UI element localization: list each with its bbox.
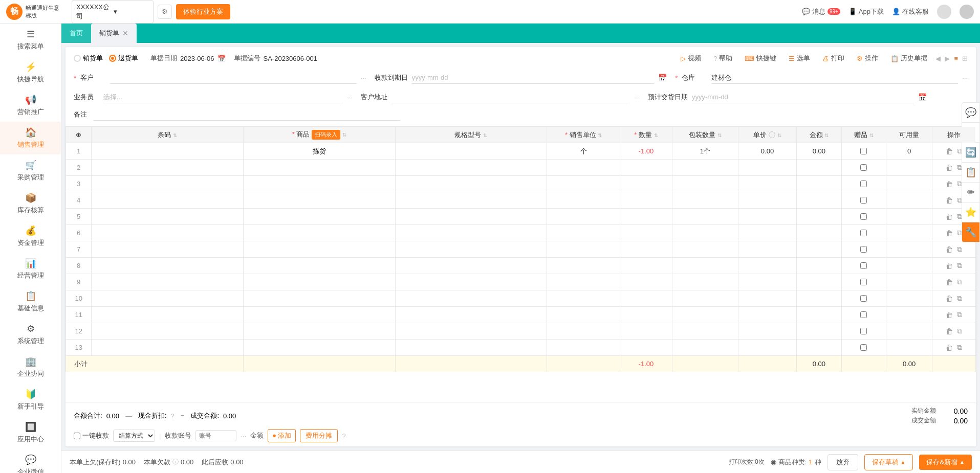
cell-sales-unit[interactable] xyxy=(547,192,620,209)
help-button[interactable]: ? 帮助 xyxy=(709,52,736,64)
cell-product[interactable] xyxy=(243,225,395,241)
cell-spec[interactable] xyxy=(395,225,547,241)
th-unit-price[interactable]: 单价 ⓘ ⇅ xyxy=(738,127,796,143)
cell-spec[interactable] xyxy=(395,323,547,340)
sidebar-item-purchase[interactable]: 🛒 采购管理 xyxy=(0,154,61,187)
trial-button[interactable]: 体验行业方案 xyxy=(176,4,230,19)
cell-quantity[interactable] xyxy=(620,307,672,323)
cell-unit-price[interactable] xyxy=(738,192,796,209)
barcode-input[interactable] xyxy=(96,344,239,351)
delete-row-button[interactable]: 🗑 xyxy=(945,326,954,336)
cell-sales-unit[interactable] xyxy=(547,274,620,290)
gift-checkbox[interactable] xyxy=(860,279,867,285)
sidebar-item-fund[interactable]: 💰 资金管理 xyxy=(0,220,61,253)
sidebar-item-basic[interactable]: 📋 基础信息 xyxy=(0,285,61,318)
th-price-sort[interactable]: ⇅ xyxy=(777,132,781,138)
save-draft-button[interactable]: 保存草稿 ▲ xyxy=(864,454,913,470)
barcode-input[interactable] xyxy=(96,327,239,335)
gift-checkbox[interactable] xyxy=(860,328,867,334)
discount-help-icon[interactable]: ? xyxy=(171,412,175,420)
copy-row-button[interactable]: ⧉ xyxy=(956,277,963,287)
cell-sales-unit[interactable] xyxy=(547,225,620,241)
message-button[interactable]: 💬 消息 99+ xyxy=(802,7,840,16)
cell-product[interactable] xyxy=(243,274,395,290)
cell-spec[interactable] xyxy=(395,192,547,209)
gift-checkbox[interactable] xyxy=(860,164,867,171)
cell-quantity[interactable] xyxy=(620,176,672,192)
calendar-icon[interactable]: 📅 xyxy=(217,55,226,62)
salesperson-dots-icon[interactable]: ··· xyxy=(347,94,353,101)
cell-quantity[interactable] xyxy=(620,258,672,274)
delete-row-button[interactable]: 🗑 xyxy=(945,244,954,255)
gift-checkbox[interactable] xyxy=(860,344,867,351)
cell-product[interactable] xyxy=(243,258,395,274)
video-button[interactable]: ▷ 视频 xyxy=(677,52,705,64)
cell-amount[interactable] xyxy=(797,192,842,209)
product-input[interactable] xyxy=(248,213,391,220)
cell-package-qty[interactable] xyxy=(672,258,738,274)
cell-gift[interactable] xyxy=(841,340,886,356)
cell-barcode[interactable] xyxy=(92,225,244,241)
sidebar-item-quick-nav[interactable]: ⚡ 快捷导航 xyxy=(0,56,61,89)
cell-product[interactable] xyxy=(243,143,395,160)
due-date-input[interactable] xyxy=(412,72,655,84)
cell-amount[interactable] xyxy=(797,160,842,176)
cell-barcode[interactable] xyxy=(92,307,244,323)
product-input[interactable] xyxy=(248,147,391,155)
spec-input[interactable] xyxy=(400,164,543,171)
cell-product[interactable] xyxy=(243,176,395,192)
cell-package-qty[interactable] xyxy=(672,241,738,258)
gift-checkbox[interactable] xyxy=(860,311,867,318)
cell-quantity[interactable] xyxy=(620,323,672,340)
th-price-info-icon[interactable]: ⓘ xyxy=(769,131,775,139)
barcode-input[interactable] xyxy=(96,245,239,253)
cell-spec[interactable] xyxy=(395,143,547,160)
spec-input[interactable] xyxy=(400,147,543,155)
cell-spec[interactable] xyxy=(395,160,547,176)
shortcut-button[interactable]: ⌨ 快捷键 xyxy=(741,52,780,64)
cell-quantity[interactable] xyxy=(620,290,672,307)
cell-product[interactable] xyxy=(243,209,395,225)
gift-checkbox[interactable] xyxy=(860,181,867,187)
delete-row-button[interactable]: 🗑 xyxy=(945,211,954,222)
cell-gift[interactable] xyxy=(841,241,886,258)
right-float-btn-1[interactable]: 💬 xyxy=(962,103,979,123)
cell-amount[interactable] xyxy=(797,274,842,290)
th-unit-sort[interactable]: ⇅ xyxy=(598,132,602,138)
th-package-qty[interactable]: 包装数量 ⇅ xyxy=(672,127,738,143)
expense-button[interactable]: 费用分摊 xyxy=(300,429,338,442)
tab-sales-order[interactable]: 销货单 ✕ xyxy=(91,24,137,43)
account-dots-icon[interactable]: ··· xyxy=(241,432,246,440)
cell-barcode[interactable] xyxy=(92,258,244,274)
salesperson-input[interactable] xyxy=(103,91,343,103)
cell-sales-unit[interactable]: 个 xyxy=(547,143,620,160)
sidebar-item-wechat[interactable]: 💬 企业微信 xyxy=(0,449,61,473)
sidebar-item-sales[interactable]: 🏠 销售管理 xyxy=(0,122,61,154)
delete-row-button[interactable]: 🗑 xyxy=(945,228,954,238)
barcode-input[interactable] xyxy=(96,196,239,204)
cell-package-qty[interactable] xyxy=(672,307,738,323)
cell-gift[interactable] xyxy=(841,258,886,274)
cell-unit-price[interactable] xyxy=(738,323,796,340)
cell-barcode[interactable] xyxy=(92,209,244,225)
company-selector[interactable]: XXXXXX公司 ▾ xyxy=(72,0,154,24)
cell-barcode[interactable] xyxy=(92,340,244,356)
cell-sales-unit[interactable] xyxy=(547,340,620,356)
cell-spec[interactable] xyxy=(395,290,547,307)
gift-checkbox[interactable] xyxy=(860,262,867,269)
cell-product[interactable] xyxy=(243,192,395,209)
spec-input[interactable] xyxy=(400,344,543,351)
barcode-input[interactable] xyxy=(96,147,239,155)
cell-package-qty[interactable] xyxy=(672,176,738,192)
list-view-icon[interactable]: ≡ xyxy=(954,55,958,62)
add-button[interactable]: ● 添加 xyxy=(268,429,296,442)
spec-input[interactable] xyxy=(400,295,543,302)
delete-row-button[interactable]: 🗑 xyxy=(945,260,954,271)
cell-unit-price[interactable] xyxy=(738,241,796,258)
cell-barcode[interactable] xyxy=(92,192,244,209)
cell-barcode[interactable] xyxy=(92,143,244,160)
th-barcode[interactable]: 条码 ⇅ xyxy=(92,127,244,143)
cell-sales-unit[interactable] xyxy=(547,258,620,274)
tab-close-icon[interactable]: ✕ xyxy=(122,29,128,37)
th-quantity[interactable]: * 数量 ⇅ xyxy=(620,127,672,143)
